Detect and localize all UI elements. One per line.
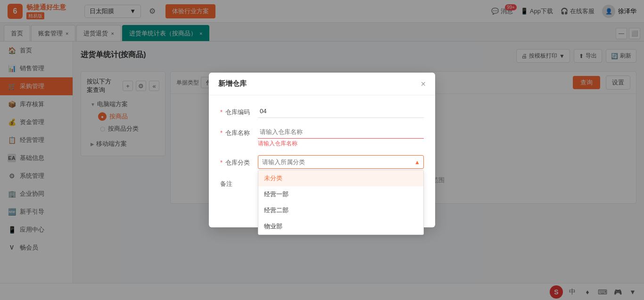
category-dropdown-wrapper: ▲ 未分类 经营一部 经营二部 物业部 bbox=[258, 155, 424, 169]
name-input[interactable] bbox=[258, 125, 424, 139]
form-row-category: * 仓库分类 ▲ 未分类 经营一部 经营二部 物业部 bbox=[220, 155, 424, 169]
name-input-wrapper: 请输入仓库名称 bbox=[258, 125, 424, 148]
dropdown-arrow-icon[interactable]: ▲ bbox=[414, 159, 420, 166]
code-input-wrapper bbox=[258, 105, 424, 118]
form-row-name: * 仓库名称 请输入仓库名称 bbox=[220, 125, 424, 148]
dropdown-item-3[interactable]: 物业部 bbox=[258, 218, 423, 234]
modal-body: * 仓库编码 * 仓库名称 请输入仓库名称 bbox=[209, 95, 435, 190]
dropdown-item-0[interactable]: 未分类 bbox=[258, 170, 423, 186]
modal-close-button[interactable]: × bbox=[421, 80, 426, 88]
category-label: * 仓库分类 bbox=[220, 155, 258, 167]
dropdown-item-2[interactable]: 经营二部 bbox=[258, 202, 423, 218]
modal-header: 新增仓库 × bbox=[209, 73, 435, 95]
modal-add-warehouse: 新增仓库 × * 仓库编码 * 仓库名称 bbox=[209, 73, 435, 227]
name-error-message: 请输入仓库名称 bbox=[258, 140, 424, 148]
name-label: * 仓库名称 bbox=[220, 125, 258, 137]
category-input[interactable] bbox=[258, 155, 424, 169]
code-label: * 仓库编码 bbox=[220, 105, 258, 117]
code-input[interactable] bbox=[258, 105, 424, 118]
dropdown-item-1[interactable]: 经营一部 bbox=[258, 186, 423, 202]
modal-title: 新增仓库 bbox=[218, 79, 247, 88]
modal-overlay[interactable]: 新增仓库 × * 仓库编码 * 仓库名称 bbox=[0, 0, 644, 300]
category-dropdown-list: 未分类 经营一部 经营二部 物业部 bbox=[258, 170, 424, 235]
note-label: 备注 bbox=[220, 176, 258, 188]
form-row-code: * 仓库编码 bbox=[220, 105, 424, 118]
